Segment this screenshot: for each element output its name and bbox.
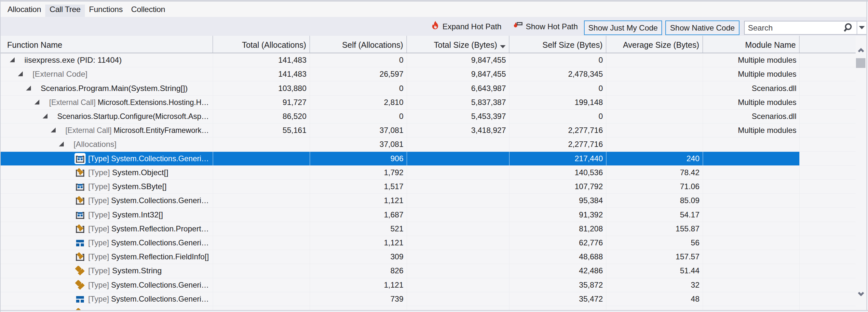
column-header-total-allocations-[interactable]: Total (Allocations) — [213, 36, 310, 53]
search-box[interactable]: Search — [744, 21, 867, 35]
function-name: Scenarios.Startup.Configure(Microsoft.As… — [57, 112, 209, 121]
tab-call-tree[interactable]: Call Tree — [45, 2, 85, 17]
table-row[interactable]: iisexpress.exe (PID: 11404)141,48309,847… — [1, 53, 856, 67]
function-name-text: Scenarios.Program.Main(System.String[]) — [41, 84, 188, 93]
expander-toggle[interactable] — [18, 70, 24, 79]
tab-collection[interactable]: Collection — [127, 2, 169, 17]
table-row[interactable]: [Type] System.Int32[]1,68791,39254.17 — [1, 208, 856, 222]
cell-self-allocations: 309 — [310, 250, 407, 264]
toolbar: Expand Hot Path Show Hot Path Show Just … — [1, 17, 866, 36]
function-name-content: [Type] System.Collections.Generi… — [1, 280, 213, 290]
cell-total-allocations: 86,520 — [213, 109, 310, 124]
cell-self-allocations: 0 — [310, 53, 407, 67]
cell-self-allocations: 1,121 — [310, 306, 407, 310]
table-row[interactable]: Scenarios.Startup.Configure(Microsoft.As… — [1, 109, 856, 124]
table-row[interactable]: [Type] System.Collections.Generi…1,12131… — [1, 306, 856, 310]
table-row[interactable]: [Type] System.Collections.Generi…906217,… — [1, 152, 856, 166]
scroll-up-icon[interactable] — [857, 46, 865, 54]
cell-total-size: 5,453,397 — [407, 109, 509, 124]
function-name: [External Code] — [33, 70, 88, 79]
table-row[interactable]: [Type] System.Collections.Generi…1,12162… — [1, 236, 856, 250]
tab-allocation[interactable]: Allocation — [3, 2, 45, 17]
table-row[interactable]: [Type] System.Reflection.Propert…52181,2… — [1, 222, 856, 236]
expand-hot-path-button[interactable]: Expand Hot Path — [431, 17, 501, 36]
name-prefix: [Type] — [88, 196, 111, 205]
column-header-function-name[interactable]: Function Name — [1, 36, 213, 53]
table-row[interactable]: [Type] System.Collections.Generi…1,12135… — [1, 278, 856, 292]
cell-module-name — [703, 194, 800, 208]
function-name-text: iisexpress.exe (PID: 11404) — [24, 56, 122, 64]
column-header-module-name[interactable]: Module Name — [703, 36, 800, 53]
scroll-down-icon[interactable] — [857, 291, 865, 299]
table-row[interactable]: [Allocations]37,0812,277,716 — [1, 137, 856, 151]
cell-module-name — [703, 166, 800, 180]
cell-self-allocations: 1,121 — [310, 236, 407, 250]
cell-self-allocations: 1,121 — [310, 194, 407, 208]
expander-toggle[interactable] — [59, 140, 64, 149]
function-name-content: [Type] System.Reflection.Propert… — [1, 224, 213, 234]
cell-self-size: 62,776 — [509, 236, 607, 250]
function-name-text: System.String — [112, 266, 162, 275]
cell-self-allocations: 826 — [310, 264, 407, 278]
show-hot-path-button[interactable]: Show Hot Path — [514, 17, 578, 36]
cell-module-name — [703, 278, 800, 292]
function-name: [Type] System.Collections.Generi… — [88, 196, 209, 205]
expander-toggle[interactable] — [26, 84, 32, 93]
function-name: [Allocations] — [73, 140, 117, 149]
cell-self-allocations: 739 — [310, 292, 407, 306]
cell-function-name: [Type] System.Object[] — [1, 166, 213, 180]
table-row[interactable]: [External Call] Microsoft.Extensions.Hos… — [1, 96, 856, 109]
column-header-label: Self (Allocations) — [342, 40, 403, 50]
tab-label: Allocation — [7, 5, 41, 14]
cell-blank — [800, 306, 856, 310]
function-name-text: System.Reflection.Propert… — [111, 224, 209, 233]
class-array-icon — [75, 196, 85, 205]
cell-average-size — [607, 81, 703, 95]
expanded-icon — [18, 71, 24, 77]
function-name-content: Scenarios.Startup.Configure(Microsoft.As… — [1, 112, 213, 121]
cell-function-name: [Type] System.Reflection.FieldInfo[] — [1, 250, 213, 264]
column-header-label: Module Name — [745, 40, 796, 50]
column-header-average-size-bytes-[interactable]: Average Size (Bytes) — [607, 36, 703, 53]
cell-blank — [800, 109, 856, 124]
name-prefix: [External Call] — [65, 126, 114, 135]
column-header-self-size-bytes-[interactable]: Self Size (Bytes) — [509, 36, 607, 53]
table-row[interactable]: [Type] System.SByte[]1,517107,79271.06 — [1, 180, 856, 194]
table-row[interactable]: [Type] System.Object[]1,792140,53678.42 — [1, 166, 856, 180]
show-just-my-code-button[interactable]: Show Just My Code — [584, 21, 662, 35]
search-icon[interactable] — [842, 23, 857, 33]
vertical-scrollbar[interactable] — [856, 36, 866, 310]
table-row[interactable]: [External Code]141,48326,5979,847,4552,4… — [1, 67, 856, 81]
table-row[interactable]: [Type] System.Reflection.FieldInfo[]3094… — [1, 250, 856, 264]
cell-module-name: Scenarios.dll — [703, 109, 800, 124]
cell-total-allocations — [213, 306, 310, 310]
cell-average-size: 51.44 — [607, 264, 703, 278]
cell-self-size: 35,472 — [509, 292, 607, 306]
tab-functions[interactable]: Functions — [85, 2, 127, 17]
column-header-total-size-bytes-[interactable]: Total Size (Bytes) — [407, 36, 509, 53]
table-row[interactable]: [Type] System.Collections.Generi…1,12195… — [1, 194, 856, 208]
search-dropdown-button[interactable] — [857, 26, 866, 30]
cell-module-name: Scenarios.dll — [703, 81, 800, 95]
function-name-text: Microsoft.Extensions.Hosting.H… — [98, 98, 209, 107]
table-row[interactable]: Scenarios.Program.Main(System.String[])1… — [1, 81, 856, 95]
cell-self-size: 0 — [509, 53, 607, 67]
show-native-code-button[interactable]: Show Native Code — [665, 21, 740, 35]
expander-toggle[interactable] — [42, 112, 48, 121]
expander-toggle[interactable] — [51, 126, 56, 135]
cell-total-size — [407, 137, 509, 151]
table-row[interactable]: [External Call] Microsoft.EntityFramewor… — [1, 124, 856, 137]
column-header-label: Function Name — [7, 40, 62, 50]
scrollbar-thumb[interactable] — [856, 58, 865, 68]
expander-toggle[interactable] — [9, 56, 15, 65]
function-name-text: System.Object[] — [112, 168, 168, 177]
expander-toggle[interactable] — [34, 98, 40, 107]
table-row[interactable]: [Type] System.Collections.Generi…73935,4… — [1, 292, 856, 306]
cell-self-size: 31,388 — [509, 306, 607, 310]
table-row[interactable]: [Type] System.String82642,48651.44 — [1, 264, 856, 278]
cell-average-size: 54.17 — [607, 208, 703, 222]
column-header-self-allocations-[interactable]: Self (Allocations) — [310, 36, 407, 53]
function-name: [Type] System.Collections.Generi… — [88, 294, 209, 304]
type-icon — [75, 154, 85, 164]
function-name-content: Scenarios.Program.Main(System.String[]) — [1, 84, 188, 93]
